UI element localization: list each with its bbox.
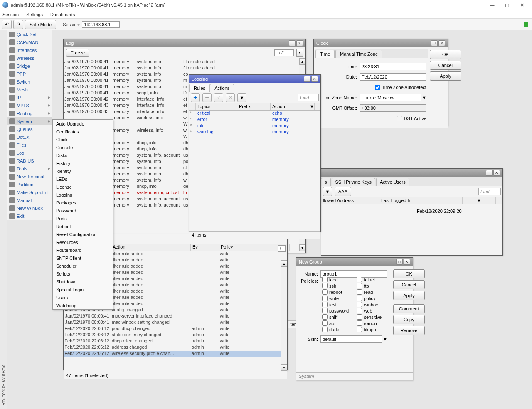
submenu-watchdog[interactable]: Watchdog: [53, 301, 113, 309]
submenu-clock[interactable]: Clock: [53, 136, 113, 143]
policy-sensitive[interactable]: sensitive: [357, 314, 387, 320]
policy-dude-checkbox[interactable]: [322, 327, 328, 332]
logging-tab-rules[interactable]: Rules: [189, 84, 210, 92]
logging-rule-row[interactable]: *errormemory: [189, 117, 320, 123]
submenu-logging[interactable]: Logging: [53, 191, 113, 199]
log-max-icon[interactable]: □: [289, 40, 296, 46]
disable-icon[interactable]: ✕: [226, 93, 235, 102]
policy-romon-checkbox[interactable]: [357, 320, 362, 326]
nav-tools[interactable]: Tools▶: [7, 165, 52, 172]
policy-policy[interactable]: policy: [357, 296, 387, 301]
nav-ip[interactable]: IP▶: [7, 94, 52, 101]
col-lastlogin[interactable]: Last Logged In: [379, 197, 463, 204]
policy-reboot-checkbox[interactable]: [322, 289, 328, 295]
tz-autodetect-checkbox[interactable]: [375, 85, 380, 90]
col-allowed[interactable]: llowed Address: [321, 197, 379, 204]
ng-apply-button[interactable]: Apply: [393, 291, 425, 300]
redo-button[interactable]: ↷: [13, 20, 23, 29]
logging-rule-row[interactable]: *infomemory: [189, 123, 320, 129]
nav-queues[interactable]: Queues: [7, 125, 52, 133]
enable-icon[interactable]: ✓: [214, 93, 223, 102]
col-action[interactable]: Action: [271, 103, 308, 110]
policy-tikapp-checkbox[interactable]: [357, 327, 362, 332]
safe-mode-button[interactable]: Safe Mode: [25, 20, 56, 29]
nav-new-terminal[interactable]: New Terminal: [7, 172, 52, 180]
policy-read-checkbox[interactable]: [357, 289, 362, 295]
nav-routing[interactable]: Routing▶: [7, 109, 52, 117]
clock-tab-tz[interactable]: Manual Time Zone: [335, 50, 382, 58]
submenu-identity[interactable]: Identity: [53, 167, 113, 175]
submenu-special-login[interactable]: Special Login: [53, 286, 113, 293]
date-input[interactable]: [360, 73, 426, 81]
nav-radius[interactable]: RADIUS: [7, 157, 52, 165]
clock-close-icon[interactable]: ✕: [438, 40, 445, 46]
policy-sniff[interactable]: sniff: [322, 314, 352, 320]
policy-ftp[interactable]: ftp: [357, 283, 387, 288]
policy-web[interactable]: web: [357, 308, 387, 313]
policy-telnet[interactable]: telnet: [357, 277, 387, 282]
nav-switch[interactable]: Switch: [7, 78, 52, 86]
submenu-scheduler[interactable]: Scheduler: [53, 262, 113, 270]
submenu-certificates[interactable]: Certificates: [53, 128, 113, 136]
history-row[interactable]: Jan/02/1970 00:00:41mac-server interface…: [64, 313, 287, 320]
policy-sensitive-checkbox[interactable]: [357, 314, 362, 320]
policy-ssh-checkbox[interactable]: [322, 283, 328, 288]
time-input[interactable]: [360, 63, 426, 70]
aaa-button[interactable]: AAA: [335, 187, 351, 196]
submenu-ports[interactable]: Ports: [53, 214, 113, 222]
nav-mpls[interactable]: MPLS▶: [7, 101, 52, 109]
history-row[interactable]: Feb/12/2020 22:06:12dhcp client changeda…: [64, 338, 287, 345]
logging-max-icon[interactable]: □: [304, 76, 310, 82]
clock-max-icon[interactable]: □: [431, 40, 438, 46]
nav-exit[interactable]: Exit: [7, 212, 52, 220]
clock-apply-button[interactable]: Apply: [430, 71, 461, 81]
close-button[interactable]: ✕: [515, 0, 530, 10]
submenu-leds[interactable]: LEDs: [53, 175, 113, 183]
skin-dropdown-icon[interactable]: ▼: [383, 337, 387, 342]
clock-tab-time[interactable]: Time: [315, 50, 335, 58]
log-filter-select[interactable]: all: [274, 49, 294, 56]
policy-write-checkbox[interactable]: [322, 296, 328, 301]
col-dropdown-icon[interactable]: ▼: [463, 197, 496, 204]
maximize-button[interactable]: ▢: [500, 0, 515, 10]
log-row[interactable]: Jan/02/1970 00:00:41memorysystem, infofi…: [64, 64, 305, 71]
policy-romon[interactable]: romon: [357, 320, 387, 326]
policy-policy-checkbox[interactable]: [357, 296, 362, 301]
nav-manual[interactable]: Manual: [7, 196, 52, 204]
policy-api-checkbox[interactable]: [322, 320, 328, 326]
submenu-sntp-client[interactable]: SNTP Client: [53, 254, 113, 262]
nav-log[interactable]: Log: [7, 149, 52, 157]
tab-ssh-keys[interactable]: SSH Private Keys: [332, 178, 375, 186]
log-filter-dropdown-icon[interactable]: ▼: [296, 49, 303, 57]
submenu-packages[interactable]: Packages: [53, 199, 113, 207]
nav-new-winbox[interactable]: New WinBox: [7, 204, 52, 212]
policy-local-checkbox[interactable]: [322, 277, 328, 282]
submenu-reset-configuration[interactable]: Reset Configuration: [53, 230, 113, 238]
policy-winbox[interactable]: winbox: [357, 302, 387, 307]
log-row[interactable]: Jan/02/1970 00:00:41memorysystem, infofi…: [64, 58, 305, 64]
ng-ok-button[interactable]: OK: [393, 269, 425, 278]
policy-web-checkbox[interactable]: [357, 308, 362, 313]
ng-copy-button[interactable]: Copy: [393, 315, 425, 324]
ng-remove-button[interactable]: Remove: [393, 326, 425, 335]
logging-tab-actions[interactable]: Actions: [210, 84, 234, 92]
history-row[interactable]: Feb/12/2020 22:06:12pool dhcp changedadm…: [64, 326, 287, 332]
policy-sniff-checkbox[interactable]: [322, 314, 328, 320]
policy-read[interactable]: read: [357, 289, 387, 295]
policy-test-checkbox[interactable]: [322, 302, 328, 307]
history-row[interactable]: Feb/12/2020 22:06:12address changedadmin…: [64, 345, 287, 351]
policy-ftp-checkbox[interactable]: [357, 283, 362, 288]
submenu-license[interactable]: License: [53, 183, 113, 191]
nav-partition[interactable]: Partition: [7, 180, 52, 188]
policy-password[interactable]: password: [322, 308, 352, 313]
tz-name-input[interactable]: [360, 94, 421, 101]
submenu-auto-upgrade[interactable]: Auto Upgrade: [53, 120, 113, 128]
col-topics[interactable]: Topics: [196, 103, 237, 110]
tab-partial-s[interactable]: s: [321, 178, 331, 186]
submenu-users[interactable]: Users: [53, 293, 113, 301]
submenu-password[interactable]: Password: [53, 207, 113, 214]
policy-winbox-checkbox[interactable]: [357, 302, 362, 307]
submenu-disks[interactable]: Disks: [53, 151, 113, 159]
policy-api[interactable]: api: [322, 320, 352, 326]
nav-ppp[interactable]: PPP: [7, 70, 52, 78]
